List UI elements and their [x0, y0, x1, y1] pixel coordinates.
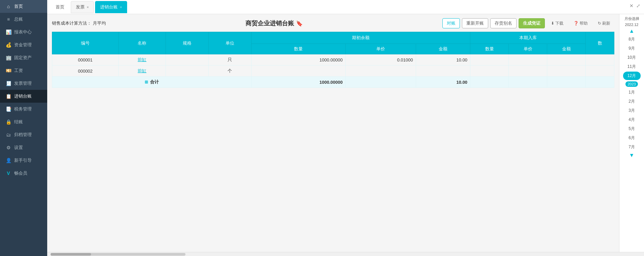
month-item-9[interactable]: 9月 [623, 44, 641, 53]
sidebar-item-label: 总账 [14, 16, 23, 22]
tab-purchase-sales[interactable]: 进销台账 × [95, 1, 127, 13]
help-button[interactable]: ❓ 帮助 [569, 19, 592, 28]
download-label: 下载 [555, 21, 563, 26]
sidebar-item-reports[interactable]: 📊 报表中心 [0, 26, 47, 39]
month-item-11[interactable]: 11月 [623, 62, 641, 71]
generate-voucher-button[interactable]: 生成凭证 [519, 18, 545, 28]
sidebar-item-payroll[interactable]: 💴 工资 [0, 64, 47, 77]
sidebar-item-label: 资金管理 [14, 42, 32, 48]
main-area: ✕ ⤢ 首页 发票 × 进销台账 × 销售成本计算方法： 月平均 商贸企业进销台 [47, 0, 644, 256]
maximize-button[interactable]: ⤢ [635, 3, 641, 9]
total-label: 合计 [150, 79, 159, 84]
cell-unit: 只 [208, 54, 251, 66]
sidebar-item-funds[interactable]: 💰 资金管理 [0, 39, 47, 51]
cell-spec [166, 66, 208, 77]
sidebar-item-vip[interactable]: V 畅会员 [0, 167, 47, 180]
page-title: 商贸企业进销台账 🔖 [245, 19, 303, 27]
total-opening-price [346, 77, 416, 88]
scroll-track[interactable] [51, 253, 185, 256]
month-item-2023-2[interactable]: 2月 [623, 97, 641, 106]
tab-purchase-sales-close[interactable]: × [120, 5, 122, 9]
toolbar-row: 销售成本计算方法： 月平均 商贸企业进销台账 🔖 对账 重新开账 存货别名 生成… [52, 18, 614, 28]
sidebar-item-label: 结账 [14, 119, 23, 125]
month-item-2023-7[interactable]: 7月 [623, 143, 641, 151]
cell-opening-price [346, 66, 416, 77]
assets-icon: 🏢 [5, 55, 11, 60]
close-button[interactable]: ✕ [628, 3, 635, 9]
refresh-label: 刷新 [602, 21, 610, 26]
sidebar-item-settings[interactable]: ⚙ 设置 [0, 141, 47, 154]
col-opening-qty: 数量 [251, 44, 345, 54]
tab-invoice-label: 发票 [76, 4, 85, 10]
sidebar-item-tax[interactable]: 📑 税务管理 [0, 103, 47, 116]
sidebar-item-label: 工资 [14, 68, 23, 74]
month-item-2023-3[interactable]: 3月 [623, 106, 641, 115]
sidebar-item-home[interactable]: ⌂ 首页 [0, 0, 47, 13]
download-icon: ⬇ [551, 21, 554, 26]
sidebar-item-purchase-sales[interactable]: 📋 进销台账 [0, 90, 47, 103]
page-body: 销售成本计算方法： 月平均 商贸企业进销台账 🔖 对账 重新开账 存货别名 生成… [47, 14, 619, 252]
action-buttons: 对账 重新开账 存货别名 生成凭证 ⬇ 下载 ❓ 帮助 ↻ 刷新 [442, 18, 614, 28]
month-item-2023-1[interactable]: 1月 [623, 88, 641, 97]
table-group-header-row: 编号 名称 规格 单位 期初余额 本期入库 数 [52, 32, 614, 44]
reopen-button[interactable]: 重新开账 [462, 18, 488, 28]
reconcile-button[interactable]: 对账 [442, 18, 460, 28]
sidebar-item-label: 进销台账 [14, 93, 32, 99]
sidebar-item-label: 首页 [14, 3, 23, 9]
tab-purchase-sales-label: 进销台账 [100, 4, 118, 10]
cost-method-label: 销售成本计算方法： [52, 21, 91, 26]
tab-home[interactable]: 首页 [51, 1, 69, 13]
sidebar-item-label: 固定资产 [14, 55, 32, 61]
sidebar-item-assets[interactable]: 🏢 固定资产 [0, 51, 47, 64]
sidebar-item-invoice-mgmt[interactable]: 🧾 发票管理 [0, 77, 47, 90]
name-link[interactable]: 前缸 [138, 57, 146, 62]
col-name: 名称 [118, 32, 166, 54]
refresh-button[interactable]: ↻ 刷新 [594, 19, 614, 28]
cost-method: 销售成本计算方法： 月平均 [52, 20, 106, 26]
total-in-amount [547, 77, 586, 88]
month-item-10[interactable]: 10月 [623, 53, 641, 62]
scroll-thumb[interactable] [51, 253, 91, 256]
bottom-scrollbar[interactable] [47, 252, 644, 256]
col-opening-amount: 金额 [416, 44, 470, 54]
sidebar-item-ledger[interactable]: ≡ 总账 [0, 13, 47, 26]
name-link[interactable]: 前缸 [138, 68, 146, 73]
sidebar-item-label: 发票管理 [14, 80, 32, 86]
sidebar-item-guide[interactable]: 👤 新手引导 [0, 154, 47, 167]
info-icon[interactable]: 🔖 [296, 20, 303, 27]
tab-invoice[interactable]: 发票 × [71, 1, 94, 13]
tab-invoice-close[interactable]: × [87, 5, 89, 9]
month-item-8[interactable]: 8月 [623, 35, 641, 44]
table-row: 000001 前缸 只 1000.00000 0.01000 10.00 [52, 54, 614, 66]
archive-icon: 🗂 [5, 132, 11, 137]
content-area: 销售成本计算方法： 月平均 商贸企业进销台账 🔖 对账 重新开账 存货别名 生成… [47, 14, 644, 252]
cell-in-amount [547, 66, 586, 77]
cell-spec [166, 54, 208, 66]
save-alias-button[interactable]: 存货别名 [490, 18, 517, 28]
tab-bar: 首页 发票 × 进销台账 × [47, 0, 644, 14]
scroll-up-button[interactable]: ▲ [629, 27, 635, 35]
col-in-qty: 数量 [470, 44, 509, 54]
ledger-icon: ≡ [5, 17, 11, 22]
cell-opening-amount: 10.00 [416, 54, 470, 66]
tax-icon: 📑 [5, 106, 11, 112]
cell-unit: 个 [208, 66, 251, 77]
scroll-down-button[interactable]: ▼ [629, 152, 635, 159]
col-opening-price: 单价 [346, 44, 416, 54]
month-item-2023-5[interactable]: 5月 [623, 125, 641, 133]
sidebar-item-archive[interactable]: 🗂 归档管理 [0, 128, 47, 141]
col-code: 编号 [52, 32, 119, 54]
month-panel: 月份选择 2022.12 ▲ 8月 9月 10月 11月 12月 2023 1月… [619, 14, 644, 252]
col-in-price: 单价 [509, 44, 547, 54]
sidebar-item-label: 设置 [14, 145, 23, 151]
month-item-2023-6[interactable]: 6月 [623, 134, 641, 142]
cell-in-price [509, 54, 547, 66]
sidebar: ⌂ 首页 ≡ 总账 📊 报表中心 💰 资金管理 🏢 固定资产 💴 工资 🧾 发票… [0, 0, 47, 256]
tab-home-label: 首页 [56, 4, 64, 10]
sidebar-item-label: 新手引导 [14, 157, 32, 163]
sidebar-item-closing[interactable]: 🔒 结账 [0, 116, 47, 128]
month-item-2023-4[interactable]: 4月 [623, 116, 641, 124]
month-item-12[interactable]: 12月 [623, 72, 641, 80]
download-button[interactable]: ⬇ 下载 [547, 19, 567, 28]
table-total-row: ⊞ 合计 1000.00000 10.00 [52, 77, 614, 88]
